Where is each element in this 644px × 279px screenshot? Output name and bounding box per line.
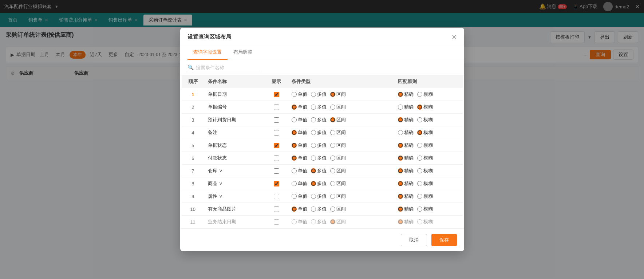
save-button[interactable]: 保存 — [431, 234, 457, 246]
dialog-tabs: 查询字段设置 布局调整 — [180, 45, 464, 60]
type-radio-multi[interactable]: 多值 — [311, 117, 327, 123]
show-checkbox[interactable] — [274, 92, 279, 97]
match-radio-exact[interactable]: 精确 — [398, 193, 414, 200]
show-checkbox[interactable] — [274, 194, 279, 199]
match-radio-exact[interactable]: 精确 — [398, 104, 414, 110]
type-radio-range[interactable]: 区间 — [330, 117, 346, 123]
match-radio-exact[interactable]: 精确 — [398, 168, 414, 174]
match-radio-fuzzy[interactable]: 模糊 — [417, 91, 433, 98]
match-cell: 精确模糊 — [394, 126, 463, 139]
type-radio-single[interactable]: 单值 — [292, 129, 307, 136]
show-checkbox[interactable] — [274, 143, 279, 148]
dialog-search-area: 🔍 — [180, 60, 464, 75]
match-cell: 精确模糊 — [394, 101, 463, 114]
type-radio-range[interactable]: 区间 — [330, 180, 346, 187]
search-input[interactable] — [196, 65, 261, 70]
type-radio-multi[interactable]: 多值 — [311, 206, 327, 212]
order-cell: 10 — [182, 203, 205, 216]
match-radio-exact[interactable]: 精确 — [398, 206, 414, 212]
show-checkbox[interactable] — [274, 219, 279, 225]
name-cell: 商品 ∨ — [204, 177, 265, 190]
match-radio-exact[interactable]: 精确 — [398, 219, 414, 225]
match-radio-exact[interactable]: 精确 — [398, 129, 414, 136]
dialog-close-button[interactable]: ✕ — [451, 34, 457, 40]
show-cell — [265, 88, 288, 101]
match-radio-fuzzy[interactable]: 模糊 — [417, 104, 433, 110]
type-radio-range[interactable]: 区间 — [330, 155, 346, 161]
table-row: 4备注单值多值区间精确模糊 — [182, 126, 463, 139]
type-radio-multi[interactable]: 多值 — [311, 91, 327, 98]
table-row: 5单据状态单值多值区间精确模糊 — [182, 139, 463, 152]
match-radio-fuzzy[interactable]: 模糊 — [417, 193, 433, 200]
type-radio-multi[interactable]: 多值 — [311, 104, 327, 110]
cancel-button[interactable]: 取消 — [401, 234, 427, 246]
col-order-header: 顺序 — [182, 75, 205, 88]
match-cell: 精确模糊 — [394, 152, 463, 165]
settings-dialog: 设置查询区域布局 ✕ 查询字段设置 布局调整 🔍 顺序 — [180, 28, 464, 251]
type-radio-multi[interactable]: 多值 — [311, 219, 327, 225]
match-radio-fuzzy[interactable]: 模糊 — [417, 168, 433, 174]
table-row: 6付款状态单值多值区间精确模糊 — [182, 152, 463, 165]
type-radio-multi[interactable]: 多值 — [311, 180, 327, 187]
type-radio-single[interactable]: 单值 — [292, 117, 307, 123]
order-cell: 6 — [182, 152, 205, 165]
type-cell: 单值多值区间 — [288, 88, 394, 101]
show-cell — [265, 152, 288, 165]
show-checkbox[interactable] — [274, 181, 279, 186]
match-radio-exact[interactable]: 精确 — [398, 155, 414, 161]
match-radio-fuzzy[interactable]: 模糊 — [417, 180, 433, 187]
type-radio-range[interactable]: 区间 — [330, 193, 346, 200]
type-radio-range[interactable]: 区间 — [330, 91, 346, 98]
table-row: 1单据日期单值多值区间精确模糊 — [182, 88, 463, 101]
type-radio-single[interactable]: 单值 — [292, 193, 307, 200]
show-cell — [265, 126, 288, 139]
match-radio-fuzzy[interactable]: 模糊 — [417, 219, 433, 225]
type-radio-single[interactable]: 单值 — [292, 155, 307, 161]
match-radio-exact[interactable]: 精确 — [398, 117, 414, 123]
match-radio-exact[interactable]: 精确 — [398, 180, 414, 187]
type-radio-multi[interactable]: 多值 — [311, 193, 327, 200]
type-radio-range[interactable]: 区间 — [330, 104, 346, 110]
match-radio-fuzzy[interactable]: 模糊 — [417, 117, 433, 123]
type-cell: 单值多值区间 — [288, 190, 394, 203]
type-radio-range[interactable]: 区间 — [330, 219, 346, 225]
type-radio-multi[interactable]: 多值 — [311, 142, 327, 149]
type-radio-range[interactable]: 区间 — [330, 129, 346, 136]
table-row: 9属性 ∨单值多值区间精确模糊 — [182, 190, 463, 203]
type-radio-multi[interactable]: 多值 — [311, 129, 327, 136]
type-radio-range[interactable]: 区间 — [330, 168, 346, 174]
match-radio-exact[interactable]: 精确 — [398, 91, 414, 98]
match-radio-fuzzy[interactable]: 模糊 — [417, 155, 433, 161]
show-checkbox[interactable] — [274, 130, 279, 135]
match-radio-exact[interactable]: 精确 — [398, 142, 414, 149]
type-radio-multi[interactable]: 多值 — [311, 168, 327, 174]
show-checkbox[interactable] — [274, 105, 279, 110]
type-radio-range[interactable]: 区间 — [330, 142, 346, 149]
tab-query-fields[interactable]: 查询字段设置 — [187, 45, 228, 60]
show-checkbox[interactable] — [274, 156, 279, 161]
show-cell — [265, 216, 288, 228]
show-cell — [265, 139, 288, 152]
type-radio-multi[interactable]: 多值 — [311, 155, 327, 161]
type-radio-single[interactable]: 单值 — [292, 91, 307, 98]
type-radio-single[interactable]: 单值 — [292, 142, 307, 149]
show-checkbox[interactable] — [274, 168, 279, 174]
tab-layout[interactable]: 布局调整 — [228, 45, 258, 60]
dialog-footer: 取消 保存 — [180, 228, 464, 251]
name-cell: 备注 — [204, 126, 265, 139]
order-cell: 4 — [182, 126, 205, 139]
match-cell: 精确模糊 — [394, 88, 463, 101]
type-radio-single[interactable]: 单值 — [292, 104, 307, 110]
type-radio-single[interactable]: 单值 — [292, 206, 307, 212]
show-checkbox[interactable] — [274, 207, 279, 212]
type-radio-single[interactable]: 单值 — [292, 168, 307, 174]
match-radio-fuzzy[interactable]: 模糊 — [417, 129, 433, 136]
type-radio-single[interactable]: 单值 — [292, 180, 307, 187]
show-checkbox[interactable] — [274, 117, 279, 123]
show-cell — [265, 190, 288, 203]
match-radio-fuzzy[interactable]: 模糊 — [417, 206, 433, 212]
match-radio-fuzzy[interactable]: 模糊 — [417, 142, 433, 149]
search-input-wrap: 🔍 — [187, 64, 261, 72]
type-radio-single[interactable]: 单值 — [292, 219, 307, 225]
type-radio-range[interactable]: 区间 — [330, 206, 346, 212]
